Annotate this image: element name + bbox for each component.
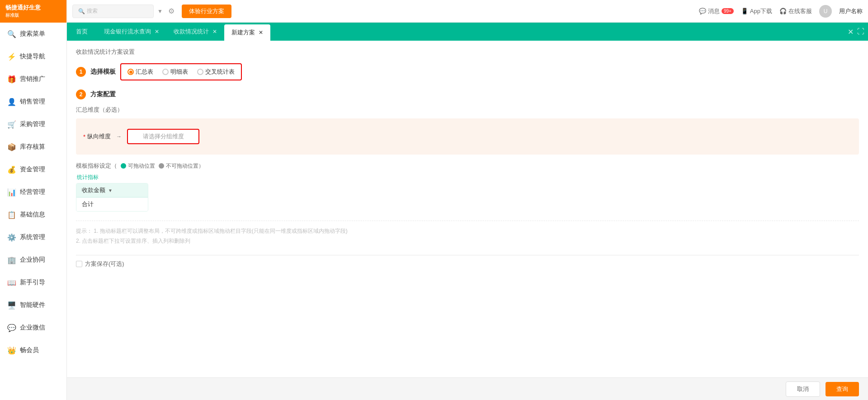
dropdown-arrow[interactable]: ▼	[157, 8, 163, 14]
metrics-tables-area: 统计指标 收款金额 ▼ 合计	[76, 174, 859, 212]
radio-summary[interactable]: 汇总表	[127, 68, 153, 76]
sidebar-item-system[interactable]: ⚙️ 系统管理	[0, 226, 66, 249]
dim-row-label: 纵向维度	[87, 132, 111, 141]
sidebar-label-system: 系统管理	[20, 233, 45, 241]
sidebar-label-member: 畅会员	[20, 346, 39, 354]
metrics-dropdown-icon[interactable]: ▼	[108, 188, 113, 193]
topbar-right: 💬 消息 99+ 📱 App下载 🎧 在线客服 U 用户名称	[699, 5, 863, 18]
sidebar-item-enterprise[interactable]: 🏢 企业协同	[0, 249, 66, 271]
window-close-btn[interactable]: ✕	[848, 28, 854, 36]
sidebar-item-hardware[interactable]: 🖥️ 智能硬件	[0, 294, 66, 316]
sidebar-logo: 畅捷通好生意 标准版	[0, 0, 66, 23]
radio-detail[interactable]: 明细表	[162, 68, 188, 76]
sidebar-item-inventory[interactable]: 📦 库存核算	[0, 136, 66, 158]
save-option-text: 方案保存(可选)	[85, 260, 124, 268]
tab-new-plan-close[interactable]: ✕	[259, 29, 263, 36]
sidebar-item-basic[interactable]: 📋 基础信息	[0, 203, 66, 226]
finance-icon: 💰	[7, 165, 16, 174]
tab-cashflow-label: 现金银行流水查询	[104, 28, 151, 36]
dimension-row: * 纵向维度 → 请选择分组维度	[83, 129, 199, 144]
radio-summary-label: 汇总表	[136, 68, 153, 76]
cancel-button[interactable]: 取消	[786, 381, 820, 397]
tab-collection-close[interactable]: ✕	[212, 28, 217, 35]
system-icon: ⚙️	[7, 233, 16, 242]
download-button[interactable]: 📱 App下载	[741, 7, 772, 15]
sidebar-item-sales[interactable]: 👤 销售管理	[0, 90, 66, 113]
window-maximize-btn[interactable]: ⛶	[857, 28, 864, 36]
support-icon: 🎧	[779, 8, 787, 14]
inventory-icon: 📦	[7, 143, 16, 151]
metrics-col-header[interactable]: 收款金额 ▼	[76, 184, 148, 198]
radio-cross-label: 交叉统计表	[205, 68, 235, 76]
support-button[interactable]: 🎧 在线客服	[779, 7, 812, 15]
sidebar-item-member[interactable]: 👑 畅会员	[0, 339, 66, 362]
draggable-indicator	[121, 163, 126, 169]
save-checkbox[interactable]	[76, 261, 82, 267]
save-option-label[interactable]: 方案保存(可选)	[76, 260, 124, 268]
footer-bar: 取消 查询	[67, 377, 868, 400]
search-menu-icon: 🔍	[7, 30, 16, 38]
industry-solution-button[interactable]: 体验行业方案	[182, 5, 231, 18]
avatar: U	[819, 5, 832, 18]
marketing-icon: 🎁	[7, 75, 16, 84]
dimension-config-label: 汇总维度（必选）	[76, 106, 859, 114]
dim-arrow: →	[116, 133, 122, 140]
sales-icon: 👤	[7, 98, 16, 106]
sidebar-item-guide[interactable]: 📖 新手引导	[0, 271, 66, 294]
topbar: 🔍 搜索 ▼ ⚙ 体验行业方案 💬 消息 99+ 📱 App下载 🎧 在线客服 …	[67, 0, 868, 23]
sidebar-item-marketing[interactable]: 🎁 营销推广	[0, 68, 66, 90]
topbar-search[interactable]: 🔍 搜索	[72, 5, 154, 18]
step1-badge: 1	[76, 67, 86, 77]
metrics-col-row-text: 合计	[82, 201, 94, 207]
sidebar-label-purchase: 采购管理	[20, 120, 45, 128]
sidebar-item-finance[interactable]: 💰 资金管理	[0, 158, 66, 181]
radio-summary-dot	[127, 69, 134, 75]
message-button[interactable]: 💬 消息 99+	[699, 7, 734, 15]
metrics-section: 模板指标设定（ 可拖动位置 不可拖动位置） 统计指标	[76, 162, 859, 212]
sidebar-label-basic: 基础信息	[20, 211, 45, 219]
non-draggable-indicator	[159, 163, 164, 169]
sidebar-label-marketing: 营销推广	[20, 75, 45, 83]
sidebar-label-guide: 新手引导	[20, 278, 45, 287]
metrics-table: 收款金额 ▼ 合计	[76, 183, 148, 212]
hardware-icon: 🖥️	[7, 301, 16, 310]
non-draggable-toggle: 不可拖动位置）	[159, 162, 204, 170]
download-label: App下载	[750, 7, 772, 15]
sidebar-label-finance: 资金管理	[20, 165, 45, 174]
tab-collection[interactable]: 收款情况统计 ✕	[166, 23, 224, 41]
search-text: 搜索	[87, 7, 98, 15]
step2-header: 2 方案配置	[76, 89, 859, 99]
tab-cashflow[interactable]: 现金银行流水查询 ✕	[97, 23, 166, 41]
content-area: 收款情况统计方案设置 1 选择模板 汇总表 明细表	[67, 41, 868, 400]
tabbar: 首页 现金银行流水查询 ✕ 收款情况统计 ✕ 新建方案 ✕ ✕ ⛶	[67, 23, 868, 41]
message-icon: 💬	[699, 8, 706, 14]
sidebar-item-search[interactable]: 🔍 搜索菜单	[0, 23, 66, 45]
operation-icon: 📊	[7, 188, 16, 197]
tab-new-plan[interactable]: 新建方案 ✕	[224, 24, 270, 41]
sidebar-item-operation[interactable]: 📊 经营管理	[0, 181, 66, 203]
radio-cross[interactable]: 交叉统计表	[197, 68, 235, 76]
sidebar-label-sales: 销售管理	[20, 98, 45, 106]
sidebar-item-nav[interactable]: ⚡ 快捷导航	[0, 45, 66, 68]
purchase-icon: 🛒	[7, 120, 16, 129]
wechat-icon: 💬	[7, 324, 16, 332]
sidebar-label-enterprise: 企业协同	[20, 256, 45, 264]
basic-icon: 📋	[7, 211, 16, 219]
stats-group: 统计指标 收款金额 ▼ 合计	[76, 174, 148, 212]
settings-gear-icon[interactable]: ⚙	[168, 7, 175, 15]
metrics-col-row: 合计	[76, 198, 148, 211]
query-button[interactable]: 查询	[826, 382, 859, 396]
sidebar-item-purchase[interactable]: 🛒 采购管理	[0, 113, 66, 136]
dimension-select-box[interactable]: 请选择分组维度	[127, 129, 199, 144]
hint-1: 提示： 1. 拖动标题栏可以调整布局，不可跨维度或指标区域拖动栏目字段(只能在同…	[76, 226, 859, 236]
dimension-placeholder: 请选择分组维度	[143, 133, 184, 140]
nav-icon: ⚡	[7, 52, 16, 61]
tab-cashflow-close[interactable]: ✕	[155, 28, 159, 35]
stats-group-label: 统计指标	[76, 174, 148, 181]
hints-area: 提示： 1. 拖动标题栏可以调整布局，不可跨维度或指标区域拖动栏目字段(只能在同…	[76, 221, 859, 246]
sidebar-item-wechat[interactable]: 💬 企业微信	[0, 316, 66, 339]
enterprise-icon: 🏢	[7, 256, 16, 264]
tab-home[interactable]: 首页	[67, 23, 97, 41]
non-draggable-label: 不可拖动位置）	[166, 162, 204, 170]
member-icon: 👑	[7, 346, 16, 355]
